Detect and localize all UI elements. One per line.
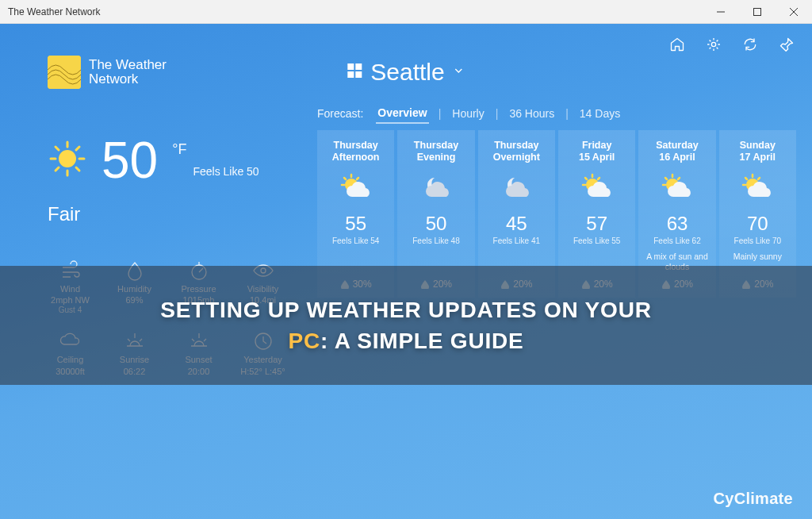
brand-line2: Network	[89, 72, 167, 86]
location-selector[interactable]: Seattle	[347, 59, 465, 86]
card-temp: 55	[345, 213, 366, 235]
window-close-button[interactable]	[776, 0, 812, 24]
overlay-headline: SETTING UP WEATHER UPDATES ON YOUR PC: A…	[160, 294, 651, 356]
minimize-icon	[717, 8, 725, 16]
tab-hourly[interactable]: Hourly	[450, 104, 485, 123]
forecast-tabs: Forecast: Overview | Hourly | 36 Hours |…	[317, 103, 622, 124]
brand-logo: The Weather Network	[48, 56, 167, 89]
sun-icon	[48, 139, 87, 182]
card-title: Friday15 April	[579, 140, 615, 165]
window-minimize-button[interactable]	[703, 0, 739, 24]
card-title: Sunday17 April	[740, 140, 776, 165]
weather-icon	[500, 173, 532, 208]
card-title: ThursdayAfternoon	[332, 140, 380, 165]
current-conditions: 50 °F Feels Like 50 Fair	[48, 135, 259, 225]
card-feels-like: Feels Like 70	[734, 236, 781, 245]
overlay-line2-rest: : A SIMPLE GUIDE	[320, 329, 524, 353]
weather-icon	[420, 173, 452, 208]
card-temp: 70	[747, 213, 768, 235]
card-feels-like: Feels Like 62	[653, 236, 700, 245]
chevron-down-icon	[453, 64, 465, 80]
card-feels-like: Feels Like 55	[573, 236, 620, 245]
location-grid-icon	[347, 63, 362, 82]
card-feels-like: Feels Like 54	[332, 236, 379, 245]
app-body: The Weather Network Seattle Forecast: Ov…	[0, 24, 812, 519]
refresh-button[interactable]	[734, 30, 766, 59]
brand-logo-text: The Weather Network	[89, 58, 167, 86]
pin-icon	[779, 37, 795, 52]
temperature-unit: °F	[172, 141, 186, 158]
home-icon	[669, 37, 685, 52]
tab-36hours[interactable]: 36 Hours	[508, 104, 556, 123]
close-icon	[790, 8, 798, 16]
pin-button[interactable]	[771, 30, 802, 59]
brand-logo-icon	[48, 56, 81, 89]
card-feels-like: Feels Like 48	[412, 236, 459, 245]
weather-icon	[340, 173, 372, 208]
article-overlay-banner: SETTING UP WEATHER UPDATES ON YOUR PC: A…	[0, 266, 812, 385]
card-feels-like: Feels Like 41	[493, 236, 540, 245]
window-titlebar: The Weather Network	[0, 0, 812, 24]
tab-14days[interactable]: 14 Days	[578, 104, 622, 123]
watermark: CyClimate	[713, 490, 793, 508]
card-title: Saturday16 April	[656, 140, 699, 165]
card-temp: 63	[667, 213, 688, 235]
refresh-icon	[742, 37, 758, 52]
brand-line1: The Weather	[89, 58, 167, 72]
current-temperature: 50	[102, 135, 158, 186]
tab-overview[interactable]: Overview	[376, 103, 428, 124]
window-title: The Weather Network	[0, 6, 101, 17]
app-toolbar	[652, 24, 812, 65]
card-title: ThursdayOvernight	[493, 140, 540, 165]
card-temp: 45	[506, 213, 527, 235]
window-maximize-button[interactable]	[739, 0, 776, 24]
svg-rect-21	[754, 8, 761, 15]
home-button[interactable]	[661, 30, 693, 59]
card-title: ThursdayEvening	[414, 140, 458, 165]
overlay-line1: SETTING UP WEATHER UPDATES ON YOUR	[160, 298, 651, 322]
feels-like: Feels Like 50	[193, 165, 259, 178]
settings-button[interactable]	[698, 30, 730, 59]
maximize-icon	[753, 8, 761, 16]
tabs-label: Forecast:	[317, 107, 363, 120]
gear-icon	[706, 37, 722, 52]
location-name: Seattle	[370, 59, 444, 86]
card-temp: 57	[586, 213, 607, 235]
current-condition: Fair	[48, 203, 259, 225]
window-controls	[703, 0, 812, 24]
overlay-pc-word: PC	[288, 329, 320, 353]
weather-icon	[741, 173, 773, 208]
weather-icon	[581, 173, 613, 208]
card-temp: 50	[426, 213, 447, 235]
weather-icon	[661, 173, 693, 208]
